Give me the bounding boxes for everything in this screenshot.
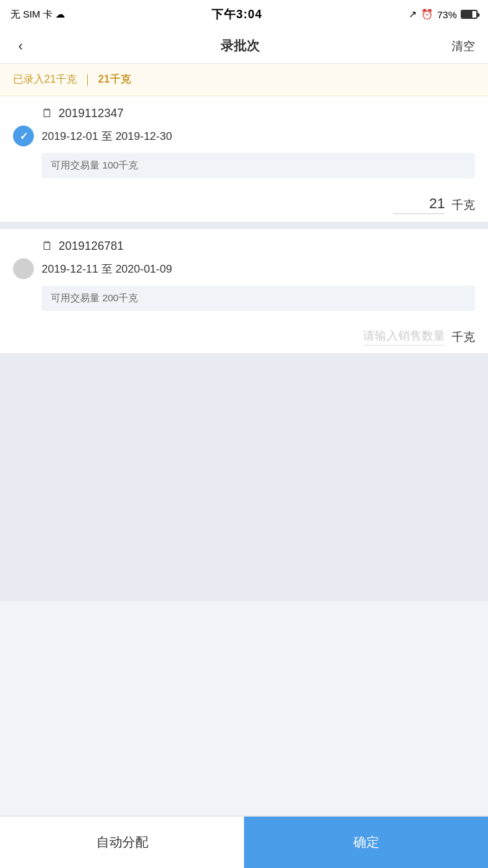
battery-icon bbox=[461, 10, 478, 19]
batch2-qty-input[interactable]: 请输入销售数量 bbox=[363, 328, 445, 346]
batch1-icon: 🗒 bbox=[42, 107, 53, 120]
status-time: 下午3:04 bbox=[211, 7, 262, 22]
batch1-unit: 千克 bbox=[452, 197, 475, 213]
status-left: 无 SIM 卡 ☁ bbox=[10, 8, 65, 21]
batch2-id: 2019126781 bbox=[59, 239, 124, 253]
checkmark-icon: ✓ bbox=[20, 130, 28, 142]
batch1-available: 可用交易量 100千克 bbox=[42, 153, 475, 178]
auto-distribute-button[interactable]: 自动分配 bbox=[0, 817, 244, 868]
batch1-date: 2019-12-01 至 2019-12-30 bbox=[42, 129, 172, 144]
batch-card-1: 🗒 2019112347 ✓ 2019-12-01 至 2019-12-30 可… bbox=[0, 96, 488, 187]
summary-divider bbox=[87, 74, 88, 86]
batch2-icon: 🗒 bbox=[42, 239, 53, 253]
page-title: 录批次 bbox=[221, 37, 260, 55]
batch2-available-text: 可用交易量 200千克 bbox=[51, 292, 138, 303]
nav-bar: ‹ 录批次 清空 bbox=[0, 29, 488, 64]
batch1-checkbox[interactable]: ✓ bbox=[13, 126, 34, 146]
no-sim-text: 无 SIM 卡 ☁ bbox=[10, 8, 65, 21]
batch1-qty-row: 21 千克 bbox=[0, 187, 488, 223]
batch2-qty-placeholder: 请输入销售数量 bbox=[363, 329, 445, 342]
batch2-available: 可用交易量 200千克 bbox=[42, 286, 475, 311]
batch2-date-row[interactable]: 2019-12-11 至 2020-01-09 bbox=[13, 258, 475, 279]
batch2-qty-row: 请输入销售数量 千克 bbox=[0, 320, 488, 354]
status-bar: 无 SIM 卡 ☁ 下午3:04 ↗ ⏰ 73% bbox=[0, 0, 488, 29]
batch1-qty-display[interactable]: 21 bbox=[393, 195, 445, 214]
back-button[interactable]: ‹ bbox=[13, 35, 28, 57]
batch2-unit: 千克 bbox=[452, 329, 475, 345]
batch1-date-row[interactable]: ✓ 2019-12-01 至 2019-12-30 bbox=[13, 126, 475, 146]
batch1-id: 2019112347 bbox=[59, 107, 124, 120]
battery-text: 73% bbox=[437, 9, 457, 20]
batch2-date: 2019-12-11 至 2020-01-09 bbox=[42, 262, 172, 277]
location-icon: ↗ bbox=[409, 8, 417, 20]
alarm-icon: ⏰ bbox=[421, 8, 433, 20]
batch2-id-row: 🗒 2019126781 bbox=[42, 239, 475, 253]
empty-area bbox=[0, 354, 488, 601]
recorded-amount: 已录入21千克 bbox=[13, 73, 77, 87]
clear-button[interactable]: 清空 bbox=[452, 38, 475, 54]
bottom-bar: 自动分配 确定 bbox=[0, 816, 488, 868]
batch1-id-row: 🗒 2019112347 bbox=[42, 107, 475, 120]
batch2-checkbox[interactable] bbox=[13, 258, 34, 279]
status-right: ↗ ⏰ 73% bbox=[409, 8, 478, 20]
section-divider bbox=[0, 223, 488, 229]
batch-card-2: 🗒 2019126781 2019-12-11 至 2020-01-09 可用交… bbox=[0, 229, 488, 320]
total-amount: 21千克 bbox=[98, 73, 131, 87]
batch1-available-text: 可用交易量 100千克 bbox=[51, 159, 138, 170]
batch1-qty-value: 21 bbox=[429, 195, 445, 212]
confirm-button[interactable]: 确定 bbox=[244, 817, 488, 868]
summary-banner: 已录入21千克 21千克 bbox=[0, 64, 488, 96]
